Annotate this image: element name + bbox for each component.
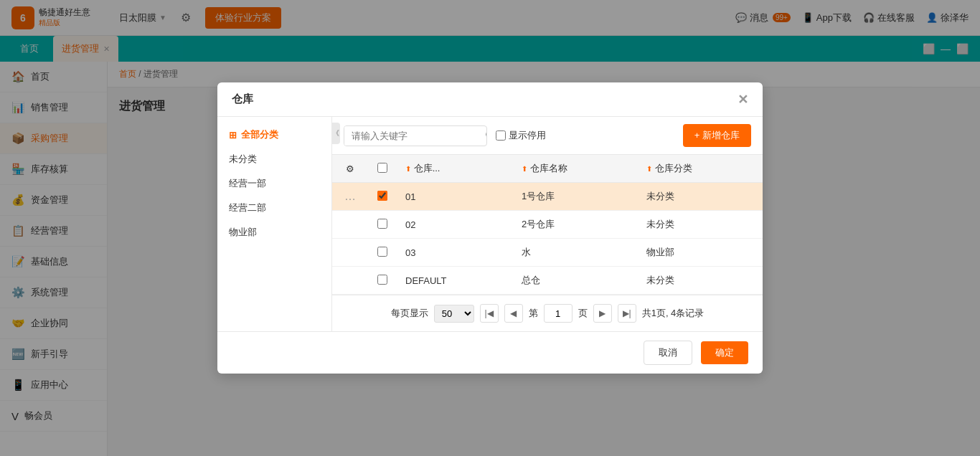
col-header-name: ⬆ 仓库名称 bbox=[513, 155, 638, 183]
data-table: ⚙ ⬆ 仓库... ⬆ bbox=[332, 155, 763, 295]
category-panel: 《 ⊞ 全部分类 未分类 经营一部 经营二部 物业部 bbox=[217, 117, 332, 331]
col-header-check bbox=[368, 155, 397, 183]
collapse-panel-btn[interactable]: 《 bbox=[331, 123, 340, 144]
page-number-input[interactable] bbox=[544, 304, 573, 323]
search-icon[interactable]: 🔍 bbox=[479, 130, 487, 141]
modal-close-icon[interactable]: ✕ bbox=[738, 93, 748, 106]
row-code-cell: 03 bbox=[397, 239, 513, 267]
row-gear-cell bbox=[332, 239, 368, 267]
toolbar-left: 🔍 显示停用 bbox=[344, 125, 546, 146]
row-gear-cell bbox=[332, 267, 368, 295]
row-checkbox[interactable] bbox=[377, 191, 387, 201]
row-category-cell: 未分类 bbox=[638, 183, 763, 211]
modal-header: 仓库 ✕ bbox=[217, 82, 763, 117]
grid-icon: ⊞ bbox=[229, 130, 237, 141]
page-first-btn[interactable]: |◀ bbox=[480, 304, 499, 323]
category-item-unclassified[interactable]: 未分类 bbox=[217, 147, 331, 171]
cancel-button[interactable]: 取消 bbox=[644, 341, 692, 365]
row-code-cell: 01 bbox=[397, 183, 513, 211]
modal-title: 仓库 bbox=[232, 92, 253, 106]
total-info: 共1页, 4条记录 bbox=[642, 307, 705, 320]
page-last-btn[interactable]: ▶| bbox=[618, 304, 636, 323]
show-disabled-label[interactable]: 显示停用 bbox=[496, 129, 546, 142]
pagination: 每页显示 50 100 200 |◀ ◀ 第 页 ▶ ▶| 共1页, 4条记录 bbox=[332, 295, 763, 331]
table-row[interactable]: 03 水 物业部 bbox=[332, 239, 763, 267]
row-check-cell[interactable] bbox=[368, 183, 397, 211]
row-name-cell: 1号仓库 bbox=[513, 183, 638, 211]
col-header-gear: ⚙ bbox=[332, 155, 368, 183]
modal-body: 《 ⊞ 全部分类 未分类 经营一部 经营二部 物业部 🔍 bbox=[217, 117, 763, 331]
row-checkbox[interactable] bbox=[377, 219, 387, 229]
row-name-cell: 总仓 bbox=[513, 267, 638, 295]
search-input[interactable] bbox=[344, 126, 479, 146]
col-header-sort: ⬆ 仓库... bbox=[397, 155, 513, 183]
row-checkbox[interactable] bbox=[377, 275, 387, 285]
row-category-cell: 物业部 bbox=[638, 239, 763, 267]
category-item-property[interactable]: 物业部 bbox=[217, 220, 331, 244]
warehouse-table: ⚙ ⬆ 仓库... ⬆ bbox=[332, 155, 763, 295]
search-box: 🔍 bbox=[344, 125, 487, 146]
per-page-label: 每页显示 bbox=[391, 307, 428, 320]
per-page-select[interactable]: 50 100 200 bbox=[434, 305, 474, 323]
table-row[interactable]: … 01 1号仓库 未分类 bbox=[332, 183, 763, 211]
page-prev-btn[interactable]: ◀ bbox=[504, 304, 523, 323]
confirm-button[interactable]: 确定 bbox=[701, 341, 748, 364]
table-row[interactable]: DEFAULT 总仓 未分类 bbox=[332, 267, 763, 295]
table-header-row: ⚙ ⬆ 仓库... ⬆ bbox=[332, 155, 763, 183]
col-header-category: ⬆ 仓库分类 bbox=[638, 155, 763, 183]
warehouse-modal: 仓库 ✕ 《 ⊞ 全部分类 未分类 经营一部 经营二部 物业部 bbox=[217, 82, 763, 374]
category-item-ops1[interactable]: 经营一部 bbox=[217, 171, 331, 196]
category-header: ⊞ 全部分类 bbox=[217, 123, 331, 147]
row-code-cell: DEFAULT bbox=[397, 267, 513, 295]
more-options-icon[interactable]: … bbox=[344, 190, 356, 202]
show-disabled-checkbox[interactable] bbox=[496, 130, 506, 141]
page-suffix: 页 bbox=[578, 307, 588, 320]
row-category-cell: 未分类 bbox=[638, 211, 763, 239]
modal-overlay[interactable]: 仓库 ✕ 《 ⊞ 全部分类 未分类 经营一部 经营二部 物业部 bbox=[0, 0, 980, 456]
category-item-ops2[interactable]: 经营二部 bbox=[217, 196, 331, 220]
select-all-checkbox[interactable] bbox=[377, 163, 387, 173]
row-check-cell[interactable] bbox=[368, 267, 397, 295]
row-gear-cell: … bbox=[332, 183, 368, 211]
modal-footer: 取消 确定 bbox=[217, 331, 763, 374]
row-check-cell[interactable] bbox=[368, 211, 397, 239]
table-panel: 🔍 显示停用 + 新增仓库 bbox=[332, 117, 763, 331]
row-category-cell: 未分类 bbox=[638, 267, 763, 295]
page-next-btn[interactable]: ▶ bbox=[593, 304, 612, 323]
row-name-cell: 2号仓库 bbox=[513, 211, 638, 239]
row-check-cell[interactable] bbox=[368, 239, 397, 267]
row-gear-cell bbox=[332, 211, 368, 239]
row-checkbox[interactable] bbox=[377, 247, 387, 257]
page-label: 第 bbox=[529, 307, 538, 320]
row-name-cell: 水 bbox=[513, 239, 638, 267]
add-warehouse-button[interactable]: + 新增仓库 bbox=[683, 124, 751, 147]
row-code-cell: 02 bbox=[397, 211, 513, 239]
table-toolbar: 🔍 显示停用 + 新增仓库 bbox=[332, 117, 763, 155]
table-row[interactable]: 02 2号仓库 未分类 bbox=[332, 211, 763, 239]
